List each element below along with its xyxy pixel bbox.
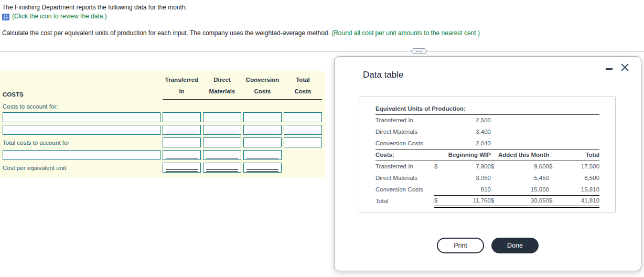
cost-per-unit-label: Cost per equivalent unit: [3, 163, 160, 173]
row2-direct-materials-input[interactable]: [203, 125, 241, 135]
modal-buttons: Print Done: [335, 238, 641, 253]
row2-title-input[interactable]: [3, 125, 160, 135]
row2-conversion-costs-input[interactable]: [243, 125, 282, 135]
row1-conversion-costs-input[interactable]: [243, 112, 282, 122]
cpu-transferred-in-input[interactable]: [163, 163, 201, 173]
data-table: Equivalent Units of Production: Transfer…: [375, 103, 599, 208]
data-table-icon[interactable]: [2, 13, 9, 20]
equiv-units-header-row: Equivalent Units of Production:: [375, 103, 599, 114]
data-table-modal: Data table Equivalent Units of Productio…: [334, 56, 641, 271]
total-costs-label: Total costs to account for: [3, 137, 160, 147]
total-total-input[interactable]: [284, 137, 322, 147]
problem-statement: The Finishing Department reports the fol…: [2, 4, 187, 11]
column-header-transferred-in: Transferred In: [163, 74, 201, 97]
total-costs-row: Total costs to account for: [3, 137, 325, 147]
rounding-note: (Round all cost per unit amounts to the …: [331, 29, 480, 37]
task-statement: Calculate the cost per equivalent units …: [2, 29, 480, 37]
total-conversion-costs-input[interactable]: [243, 137, 282, 147]
costs-total-row: Total $ 11,760 $ 30,050 $ 41,810: [375, 195, 599, 207]
costs-worksheet: COSTS Transferred In Direct Materials Co…: [0, 71, 325, 178]
equiv-direct-materials-input[interactable]: [203, 150, 241, 160]
worksheet-header: COSTS Transferred In Direct Materials Co…: [3, 74, 325, 100]
costs-header: Costs:: [375, 149, 434, 161]
row1-transferred-in-input[interactable]: [163, 112, 201, 122]
total-direct-materials-input[interactable]: [203, 137, 241, 147]
print-button[interactable]: Print: [437, 238, 484, 253]
equiv-units-title-input[interactable]: [3, 150, 160, 160]
row2-transferred-in-input[interactable]: [163, 125, 201, 135]
table-row: Conversion Costs 810 15,000 15,810: [375, 184, 599, 195]
cpu-conversion-costs-input[interactable]: [243, 163, 282, 173]
column-header-conversion-costs: Conversion Costs: [243, 74, 282, 97]
task-text: Calculate the cost per equivalent units …: [2, 29, 331, 37]
more-options-button[interactable]: [411, 48, 427, 54]
row2-total-input[interactable]: [284, 125, 322, 135]
column-header-total-costs: Total Costs: [284, 74, 322, 97]
col-beginning-wip: Beginning WIP: [434, 149, 491, 161]
minimize-icon[interactable]: [606, 68, 613, 70]
costs-to-account-label: Costs to account for:: [3, 103, 325, 110]
costs-row-1: [3, 112, 325, 122]
equiv-conversion-costs-input[interactable]: [243, 150, 282, 160]
row1-title-input[interactable]: [3, 112, 160, 122]
col-added-this-month: Added this Month: [491, 149, 549, 161]
equivalent-units-row: [3, 150, 325, 160]
modal-title: Data table: [363, 70, 404, 80]
worksheet-column-headers: Transferred In Direct Materials Conversi…: [163, 74, 322, 100]
table-row: Direct Materials 3,050 5,450 8,500: [375, 172, 599, 184]
close-icon[interactable]: [620, 63, 629, 72]
col-total: Total: [549, 149, 599, 161]
table-row: Direct Materials 3,400: [375, 126, 599, 137]
equiv-transferred-in-input[interactable]: [163, 150, 201, 160]
equiv-units-header: Equivalent Units of Production:: [375, 103, 599, 114]
cpu-direct-materials-input[interactable]: [203, 163, 241, 173]
data-icon-row: (Click the icon to review the data.): [2, 13, 107, 20]
row1-direct-materials-input[interactable]: [203, 112, 241, 122]
costs-header-row: Costs: Beginning WIP Added this Month To…: [375, 149, 599, 161]
cost-per-unit-row: Cost per equivalent unit: [3, 163, 325, 173]
table-row: Conversion Costs 2,040: [375, 137, 599, 149]
row1-total-input[interactable]: [284, 112, 322, 122]
costs-row-2: [3, 125, 325, 135]
table-row: Transferred In $ 7,900 $ 9,600 $ 17,500: [375, 161, 599, 172]
total-transferred-in-input[interactable]: [163, 137, 201, 147]
column-header-direct-materials: Direct Materials: [203, 74, 241, 97]
section-divider: [0, 51, 644, 51]
costs-section-title: COSTS: [3, 91, 163, 100]
window-controls: [606, 63, 629, 72]
table-row: Transferred In 2,500: [375, 114, 599, 126]
icon-caption: (Click the icon to review the data.): [12, 13, 107, 20]
data-table-panel: Equivalent Units of Production: Transfer…: [359, 97, 616, 212]
done-button[interactable]: Done: [491, 238, 539, 253]
